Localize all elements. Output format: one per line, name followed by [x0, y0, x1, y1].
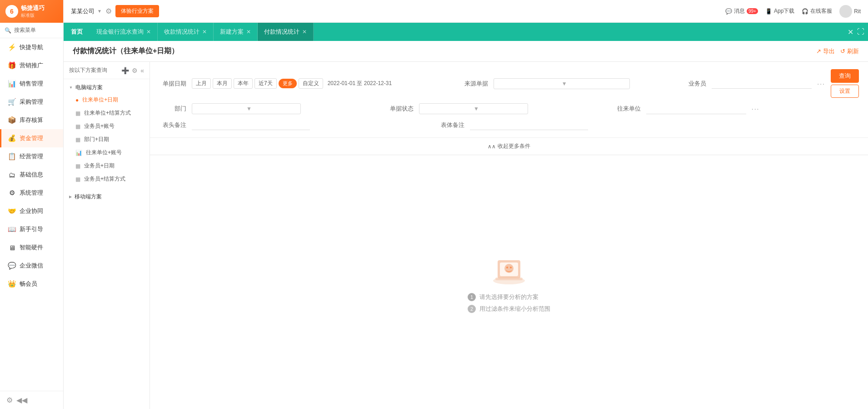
tab-receipt[interactable]: 收款情况统计 ✕ [158, 23, 214, 41]
trial-button[interactable]: 体验行业方案 [115, 5, 159, 17]
sidebar-item-marketing[interactable]: 🎁 营销推广 [0, 56, 63, 75]
settings-button[interactable]: 设置 [831, 85, 859, 98]
tab-close-all-icon[interactable]: ✕ [848, 28, 853, 36]
system-icon: ⚙ [8, 189, 16, 197]
online-service-action[interactable]: 🎧 在线客服 [802, 7, 832, 15]
scheme-add-btn[interactable]: ➕ [121, 67, 129, 74]
user-menu[interactable]: Rit [839, 5, 861, 18]
collapse-more-btn[interactable]: ∧∧ 收起更多条件 [150, 137, 868, 155]
scheme-item-label-1: 往来单位+结算方式 [84, 109, 131, 117]
group-triangle-mobile-icon: ▶ [69, 195, 72, 199]
scheme-group-mobile: ▶ 移动端方案 [64, 188, 150, 205]
tab-home[interactable]: 首页 [67, 23, 90, 41]
tab-cashflow[interactable]: 现金银行流水查询 ✕ [90, 23, 158, 41]
scheme-item-dept-date[interactable]: ▦ 部门+日期 [64, 133, 150, 146]
inventory-icon: 📦 [8, 116, 16, 124]
status-label: 单据状态 [386, 105, 414, 113]
sidebar-item-hardware[interactable]: 🖥 智能硬件 [0, 238, 63, 257]
tab-new-scheme-close[interactable]: ✕ [246, 29, 251, 35]
scheme-settings-btn[interactable]: ⚙ [132, 67, 138, 74]
scheme-item-label-0: 往来单位+日期 [82, 96, 118, 104]
settings-footer-icon[interactable]: ⚙ [6, 396, 13, 404]
app-download-action[interactable]: 📱 App下载 [765, 7, 794, 15]
hardware-icon: 🖥 [8, 243, 16, 252]
sidebar-item-purchase[interactable]: 🛒 采购管理 [0, 93, 63, 111]
sidebar-item-basic[interactable]: 🗂 基础信息 [0, 166, 63, 184]
tab-cashflow-close[interactable]: ✕ [146, 29, 151, 35]
company-dropdown-icon: ▼ [97, 9, 102, 14]
scheme-item-staff-settlement[interactable]: ▦ 业务员+结算方式 [64, 172, 150, 186]
staff-input[interactable] [712, 78, 812, 89]
scheme-group-desktop: ▼ 电脑端方案 ● 往来单位+日期 ▦ 往来单位+结算方式 ▦ 业务员+账号 [64, 79, 150, 188]
scheme-item-partner-settlement[interactable]: ▦ 往来单位+结算方式 [64, 106, 150, 120]
status-select[interactable]: ▼ [419, 103, 528, 114]
sidebar-label-sales: 销售管理 [20, 80, 43, 88]
sidebar-item-quick-nav[interactable]: ⚡ 快捷导航 [0, 38, 63, 56]
sidebar-label-basic: 基础信息 [20, 171, 43, 179]
sidebar-item-wechat[interactable]: 💬 企业微信 [0, 257, 63, 275]
scheme-collapse-btn[interactable]: « [140, 67, 144, 74]
message-label: 消息 [734, 7, 745, 15]
query-button[interactable]: 查询 [831, 69, 859, 83]
page-title: 付款情况统计（往来单位+日期） [73, 46, 179, 56]
sidebar: 6 畅捷通巧 标准版 🔍 搜索菜单 ⚡ 快捷导航 🎁 营销推广 📊 销售管理 🛒… [0, 0, 64, 409]
staff-dots-btn[interactable]: ··· [817, 80, 825, 87]
scheme-active-icon: ● [75, 97, 79, 103]
message-action[interactable]: 💬 消息 99+ [725, 7, 758, 15]
scheme-icon-3: ▦ [75, 136, 80, 143]
body-note-input[interactable] [470, 120, 588, 130]
topbar-gear-icon[interactable]: ⚙ [105, 7, 112, 15]
tab-expand-icon[interactable]: ⛶ [857, 28, 864, 36]
app-label: App下载 [774, 7, 794, 15]
date-btn-custom[interactable]: 自定义 [299, 78, 323, 89]
refresh-button[interactable]: ↺ 刷新 [840, 47, 859, 56]
date-btn-7days[interactable]: 近7天 [254, 78, 277, 89]
split-area: 按以下方案查询 ➕ ⚙ « ▼ 电脑端方案 ● 往来单位+日期 [64, 62, 868, 409]
tab-receipt-close[interactable]: ✕ [202, 29, 207, 35]
date-btn-this-month[interactable]: 本月 [213, 78, 232, 89]
tab-payment-close[interactable]: ✕ [302, 29, 307, 35]
dept-arrow-icon: ▼ [246, 106, 297, 112]
collapse-arrow-icon: ∧∧ [488, 143, 496, 150]
date-range-display: 2022-01-01 至 2022-12-31 [328, 80, 392, 87]
sidebar-item-sales[interactable]: 📊 销售管理 [0, 75, 63, 93]
scheme-item-staff-date[interactable]: ▦ 业务员+日期 [64, 159, 150, 172]
sidebar-item-inventory[interactable]: 📦 库存核算 [0, 111, 63, 129]
sidebar-item-guide[interactable]: 📖 新手引导 [0, 220, 63, 238]
tab-new-scheme[interactable]: 新建方案 ✕ [214, 23, 258, 41]
scheme-group-mobile-title[interactable]: ▶ 移动端方案 [64, 191, 150, 202]
scheme-item-partner-account[interactable]: 📊 往来单位+账号 [64, 146, 150, 159]
user-name: Rit [854, 8, 861, 15]
main-area: 某某公司 ▼ ⚙ 体验行业方案 💬 消息 99+ 📱 App下载 🎧 在线客服 [64, 0, 868, 409]
source-select[interactable]: ▼ [494, 78, 630, 89]
header-note-input[interactable] [192, 120, 310, 130]
basic-icon: 🗂 [8, 171, 16, 179]
sidebar-item-business[interactable]: 📋 经营管理 [0, 147, 63, 166]
scheme-item-label-2: 业务员+账号 [84, 122, 115, 130]
tab-cashflow-label: 现金银行流水查询 [96, 28, 144, 36]
company-selector[interactable]: 某某公司 ▼ [71, 7, 102, 15]
export-button[interactable]: ↗ 导出 [816, 47, 835, 56]
tabbar: 首页 现金银行流水查询 ✕ 收款情况统计 ✕ 新建方案 ✕ 付款情况统计 ✕ ✕… [64, 23, 868, 41]
scheme-item-partner-date[interactable]: ● 往来单位+日期 [64, 93, 150, 106]
sidebar-item-system[interactable]: ⚙ 系统管理 [0, 184, 63, 202]
collapse-sidebar-icon[interactable]: ◀◀ [16, 396, 27, 404]
message-icon: 💬 [725, 8, 732, 15]
date-btn-this-year[interactable]: 本年 [234, 78, 253, 89]
dept-select[interactable]: ▼ [192, 103, 301, 114]
sidebar-item-cooperation[interactable]: 🤝 企业协同 [0, 202, 63, 220]
partner-input[interactable] [646, 104, 746, 114]
scheme-item-label-6: 业务员+结算方式 [84, 175, 125, 183]
date-btn-more[interactable]: 更多 [279, 79, 297, 88]
company-name: 某某公司 [71, 7, 95, 15]
tab-payment[interactable]: 付款情况统计 ✕ [258, 23, 314, 41]
date-btn-last-month[interactable]: 上月 [192, 78, 211, 89]
scheme-item-staff-account[interactable]: ▦ 业务员+账号 [64, 120, 150, 133]
sales-icon: 📊 [8, 80, 16, 88]
scheme-group-desktop-title[interactable]: ▼ 电脑端方案 [64, 82, 150, 93]
sidebar-search[interactable]: 🔍 搜索菜单 [0, 23, 63, 38]
sidebar-item-member[interactable]: 👑 畅会员 [0, 275, 63, 293]
sidebar-item-finance[interactable]: 💰 资金管理 [0, 129, 63, 147]
partner-dots-btn[interactable]: ··· [752, 105, 760, 112]
service-label: 在线客服 [810, 7, 832, 15]
